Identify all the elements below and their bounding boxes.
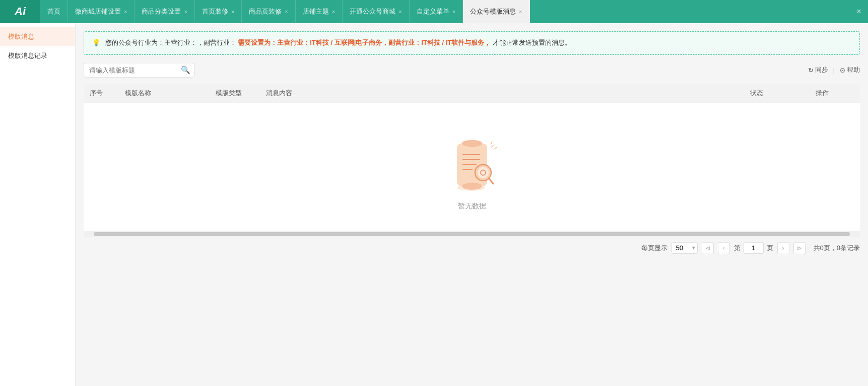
tab-label: 首页 xyxy=(47,7,60,16)
sidebar: 模版消息模版消息记录 xyxy=(0,23,76,386)
svg-line-11 xyxy=(491,145,493,147)
empty-illustration xyxy=(442,133,502,194)
nav-tab[interactable]: 自定义菜单× xyxy=(410,0,463,23)
tab-label: 首页装修 xyxy=(202,7,228,16)
sync-label: 同步 xyxy=(815,65,828,74)
help-button[interactable]: ⊙ 帮助 xyxy=(840,65,860,74)
content-area: 💡 您的公众号行业为：主营行业：，副营行业： 需要设置为：主营行业：IT科技 /… xyxy=(76,23,868,386)
horizontal-scrollbar[interactable] xyxy=(84,231,860,237)
table-wrap: 序号模版名称模版类型消息内容状态操作 xyxy=(84,84,860,231)
tab-close-icon[interactable]: × xyxy=(184,9,187,15)
notice-prefix: 您的公众号行业为：主营行业：，副营行业： xyxy=(105,39,236,46)
nav-tab[interactable]: 首页装修× xyxy=(195,0,242,23)
tab-label: 自定义菜单 xyxy=(417,7,449,16)
empty-row: 暂无数据 xyxy=(84,103,860,231)
tab-label: 开通公众号商城 xyxy=(350,7,395,16)
page-label-before: 第 xyxy=(734,244,741,253)
tab-close-icon[interactable]: × xyxy=(519,9,522,15)
notice-box: 💡 您的公众号行业为：主营行业：，副营行业： 需要设置为：主营行业：IT科技 /… xyxy=(84,31,860,55)
close-all-button[interactable]: × xyxy=(850,0,868,23)
divider: | xyxy=(833,66,835,74)
top-nav: Ai 首页微商城店铺设置×商品分类设置×首页装修×商品页装修×店铺主题×开通公众… xyxy=(0,0,868,23)
prev-page-button[interactable]: ‹ xyxy=(718,242,730,254)
nav-tab[interactable]: 公众号模版消息× xyxy=(463,0,529,23)
nav-tab[interactable]: 首页 xyxy=(40,0,68,23)
empty-text: 暂无数据 xyxy=(458,202,486,211)
next-page-button[interactable]: › xyxy=(777,242,789,254)
table-header-序号: 序号 xyxy=(84,84,119,103)
svg-line-9 xyxy=(489,178,493,184)
search-input-wrap: 🔍 xyxy=(84,63,194,78)
table-body: 暂无数据 xyxy=(84,103,860,231)
search-left: 🔍 xyxy=(84,63,194,78)
notice-highlight: 需要设置为：主营行业：IT科技 / 互联网|电子商务，副营行业：IT科技 / I… xyxy=(238,39,491,46)
page-size-label: 每页显示 xyxy=(641,244,667,253)
tab-label: 微商城店铺设置 xyxy=(75,7,121,16)
tab-label: 店铺主题 xyxy=(303,7,329,16)
tab-close-icon[interactable]: × xyxy=(332,9,335,15)
tab-close-icon[interactable]: × xyxy=(124,9,127,15)
scrollbar-thumb[interactable] xyxy=(94,232,850,236)
nav-tab[interactable]: 店铺主题× xyxy=(296,0,343,23)
last-page-button[interactable]: ⊳ xyxy=(793,242,806,254)
notice-icon: 💡 xyxy=(92,39,100,46)
page-current-wrap: 第 页 xyxy=(734,242,773,254)
table-header-消息内容: 消息内容 xyxy=(260,84,744,103)
page-size-wrap: 50 20 100 ▾ xyxy=(672,242,698,254)
table-header-状态: 状态 xyxy=(744,84,810,103)
search-right: ↻ 同步 | ⊙ 帮助 xyxy=(808,65,860,74)
nav-tab[interactable]: 商品分类设置× xyxy=(135,0,194,23)
sidebar-item[interactable]: 模版消息记录 xyxy=(0,46,75,65)
notice-suffix: 才能正常发送预置的消息。 xyxy=(493,39,571,46)
tab-close-icon[interactable]: × xyxy=(285,9,288,15)
svg-point-1 xyxy=(462,140,482,147)
nav-tab[interactable]: 商品页装修× xyxy=(242,0,295,23)
nav-tab[interactable]: 开通公众号商城× xyxy=(343,0,409,23)
sync-button[interactable]: ↻ 同步 xyxy=(808,65,828,74)
help-icon: ⊙ xyxy=(840,66,845,74)
table-header-模版类型: 模版类型 xyxy=(210,84,260,103)
app-logo: Ai xyxy=(0,0,40,23)
svg-point-2 xyxy=(462,183,482,190)
help-label: 帮助 xyxy=(847,65,860,74)
tab-close-icon[interactable]: × xyxy=(231,9,234,15)
search-input[interactable] xyxy=(84,63,194,78)
svg-point-8 xyxy=(478,167,489,178)
page-total: 共0页，0条记录 xyxy=(814,244,860,253)
table-header-操作: 操作 xyxy=(810,84,860,103)
nav-tabs: 首页微商城店铺设置×商品分类设置×首页装修×商品页装修×店铺主题×开通公众号商城… xyxy=(40,0,850,23)
page-size-select[interactable]: 50 20 100 xyxy=(672,242,698,254)
first-page-button[interactable]: ⊲ xyxy=(702,242,714,254)
page-input[interactable] xyxy=(744,242,764,254)
tab-label: 商品页装修 xyxy=(249,7,282,16)
tab-close-icon[interactable]: × xyxy=(452,9,455,15)
svg-line-12 xyxy=(493,143,495,145)
table-header-模版名称: 模版名称 xyxy=(119,84,210,103)
search-bar: 🔍 ↻ 同步 | ⊙ 帮助 xyxy=(84,63,860,78)
svg-line-14 xyxy=(491,141,492,144)
svg-line-13 xyxy=(494,147,497,148)
tab-label: 商品分类设置 xyxy=(142,7,181,16)
tab-label: 公众号模版消息 xyxy=(470,7,516,16)
main-layout: 模版消息模版消息记录 💡 您的公众号行业为：主营行业：，副营行业： 需要设置为：… xyxy=(0,23,868,386)
table-header-row: 序号模版名称模版类型消息内容状态操作 xyxy=(84,84,860,103)
tab-close-icon[interactable]: × xyxy=(398,9,402,15)
sidebar-item[interactable]: 模版消息 xyxy=(0,27,75,46)
page-label-after: 页 xyxy=(767,244,773,253)
empty-state: 暂无数据 xyxy=(84,103,860,231)
sync-icon: ↻ xyxy=(808,66,814,74)
nav-tab[interactable]: 微商城店铺设置× xyxy=(68,0,135,23)
search-icon[interactable]: 🔍 xyxy=(181,65,190,74)
data-table: 序号模版名称模版类型消息内容状态操作 xyxy=(84,84,860,231)
pagination: 每页显示 50 20 100 ▾ ⊲ ‹ 第 页 › ⊳ 共0页，0条记录 xyxy=(84,237,860,256)
